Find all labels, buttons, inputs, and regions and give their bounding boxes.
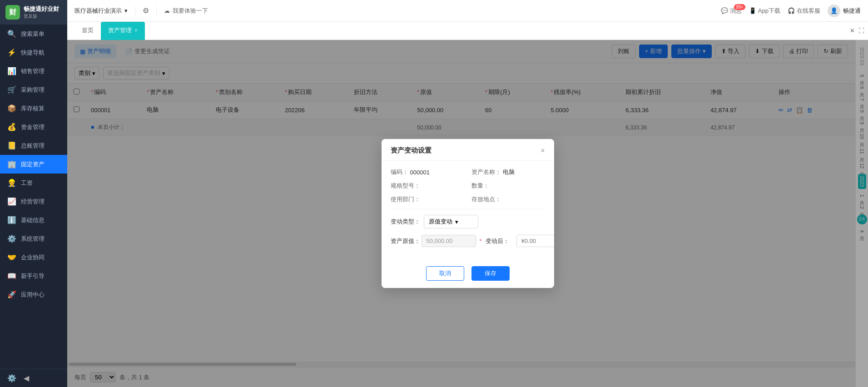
sidebar-item-app-center[interactable]: 🚀 应用中心 bbox=[0, 285, 67, 304]
salary-icon: 👷 bbox=[7, 179, 16, 187]
sidebar-item-salary[interactable]: 👷 工资 bbox=[0, 174, 67, 192]
topbar-settings-icon[interactable]: ⚙ bbox=[143, 6, 149, 15]
tab-maximize-icon[interactable]: ⛶ bbox=[858, 27, 864, 34]
experience-cloud-icon: ☁ bbox=[164, 7, 170, 14]
sidebar-item-label: 固定资产 bbox=[21, 160, 45, 169]
messages-button[interactable]: 💬 消息 99+ bbox=[721, 7, 742, 15]
after-change-label: 变动后： bbox=[486, 237, 513, 245]
modal-asset-name-label: 资产名称： bbox=[471, 168, 501, 176]
sidebar-item-search[interactable]: 🔍 搜索菜单 bbox=[0, 25, 67, 43]
sidebar-item-cooperation[interactable]: 🤝 企业协同 bbox=[0, 248, 67, 267]
modal-code-label: 编码： bbox=[391, 168, 408, 176]
asset-change-modal: 资产变动设置 × 编码： 000001 资产名称： 电脑 bbox=[382, 139, 554, 288]
home-label: 首页 bbox=[82, 26, 94, 35]
username-label: 畅捷通 bbox=[843, 7, 861, 15]
sidebar-item-label: 总账管理 bbox=[21, 142, 45, 150]
modal-info-row-1: 编码： 000001 资产名称： 电脑 bbox=[391, 168, 545, 176]
value-row: 资产原值： * 变动后： bbox=[391, 235, 545, 247]
sidebar-item-fixed-assets[interactable]: 🏢 固定资产 bbox=[0, 155, 67, 174]
change-type-dropdown-icon: ▾ bbox=[455, 218, 458, 225]
sidebar-item-finance[interactable]: 💰 资金管理 bbox=[0, 118, 67, 136]
customer-service-label: 在线客服 bbox=[797, 7, 820, 15]
main-content: 医疗器械行业演示 ▾ ⚙ ☁ 我要体验一下 💬 消息 99+ 📱 App下载 🎧… bbox=[67, 0, 868, 387]
management-icon: 📈 bbox=[7, 197, 16, 206]
original-value-input bbox=[422, 235, 476, 247]
modal-code-value: 000001 bbox=[410, 169, 430, 176]
sidebar-bottom: ⚙️ ◀ bbox=[0, 369, 67, 387]
change-type-label: 变动类型： bbox=[391, 218, 420, 226]
modal-header: 资产变动设置 × bbox=[382, 139, 554, 161]
purchase-icon: 🛒 bbox=[7, 85, 16, 94]
sidebar-item-label: 库存核算 bbox=[21, 104, 45, 113]
topbar: 医疗器械行业演示 ▾ ⚙ ☁ 我要体验一下 💬 消息 99+ 📱 App下载 🎧… bbox=[67, 0, 868, 22]
modal-footer: 取消 保存 bbox=[382, 261, 554, 288]
app-edition: 普及版 bbox=[24, 13, 59, 19]
modal-dept-field: 使用部门： bbox=[391, 195, 464, 203]
save-button[interactable]: 保存 bbox=[471, 266, 510, 281]
asset-management-label: 资产管理 bbox=[108, 26, 132, 35]
change-type-row: 变动类型： 原值变动 ▾ bbox=[391, 215, 545, 228]
sidebar-item-label: 经营管理 bbox=[21, 198, 45, 206]
sidebar-item-management[interactable]: 📈 经营管理 bbox=[0, 192, 67, 211]
topbar-divider2 bbox=[156, 6, 157, 15]
sidebar-item-sales[interactable]: 📊 销售管理 bbox=[0, 62, 67, 80]
finance-icon: 💰 bbox=[7, 123, 16, 131]
change-type-value: 原值变动 bbox=[429, 218, 452, 226]
sidebar-item-quick-nav[interactable]: ⚡ 快捷导航 bbox=[0, 43, 67, 62]
content-area: ▦ 资产明细 📄 变更生成凭证 刘账 + 新增 批量操作 ▾ ⬆ bbox=[67, 40, 868, 387]
modal-divider bbox=[391, 209, 545, 209]
app-center-icon: 🚀 bbox=[7, 290, 16, 299]
sidebar-item-guide[interactable]: 📖 新手引导 bbox=[0, 267, 67, 285]
modal-location-label: 存放地点： bbox=[471, 195, 501, 203]
search-icon: 🔍 bbox=[7, 30, 16, 38]
sidebar-item-purchase[interactable]: 🛒 采购管理 bbox=[0, 80, 67, 99]
tab-home[interactable]: 首页 bbox=[74, 22, 101, 40]
sidebar-logo: 财 畅捷通好业财 普及版 bbox=[0, 0, 67, 25]
cancel-button[interactable]: 取消 bbox=[426, 266, 464, 281]
sidebar-item-basic-info[interactable]: ℹ️ 基础信息 bbox=[0, 211, 67, 229]
app-download-button[interactable]: 📱 App下载 bbox=[749, 7, 780, 15]
modal-close-button[interactable]: × bbox=[541, 147, 545, 155]
basic-info-icon: ℹ️ bbox=[7, 216, 16, 224]
settings-bottom-icon[interactable]: ⚙️ bbox=[7, 374, 16, 382]
company-name: 医疗器械行业演示 bbox=[74, 7, 122, 15]
app-name: 畅捷通好业财 bbox=[24, 5, 59, 13]
tab-asset-management[interactable]: 资产管理 × bbox=[101, 22, 145, 40]
sidebar-item-inventory[interactable]: 📦 库存核算 bbox=[0, 99, 67, 118]
original-value-label: 资产原值： bbox=[391, 237, 418, 245]
sidebar-nav: 🔍 搜索菜单 ⚡ 快捷导航 📊 销售管理 🛒 采购管理 📦 库存核算 💰 资金管… bbox=[0, 25, 67, 369]
sidebar-item-label: 基础信息 bbox=[21, 216, 45, 224]
user-menu[interactable]: 👤 畅捷通 bbox=[828, 5, 861, 17]
customer-service-button[interactable]: 🎧 在线客服 bbox=[788, 7, 820, 15]
tab-close-icon[interactable]: × bbox=[134, 27, 138, 34]
experience-text: 我要体验一下 bbox=[173, 7, 208, 15]
change-type-select[interactable]: 原值变动 ▾ bbox=[424, 215, 478, 228]
sidebar-item-label: 系统管理 bbox=[21, 235, 45, 243]
sidebar-item-label: 搜索菜单 bbox=[21, 30, 45, 38]
quick-nav-icon: ⚡ bbox=[7, 48, 16, 57]
messages-badge: 99+ bbox=[734, 4, 745, 10]
required-star: * bbox=[480, 238, 482, 244]
fixed-assets-icon: 🏢 bbox=[7, 160, 16, 169]
sidebar-item-label: 企业协同 bbox=[21, 253, 45, 262]
modal-info-row-2: 规格型号： 数量： bbox=[391, 182, 545, 190]
modal-quantity-field: 数量： bbox=[471, 182, 545, 190]
sidebar-item-label: 工资 bbox=[21, 179, 33, 187]
company-selector[interactable]: 医疗器械行业演示 ▾ bbox=[74, 7, 128, 15]
sidebar-item-ledger[interactable]: 📒 总账管理 bbox=[0, 136, 67, 155]
customer-service-icon: 🎧 bbox=[788, 7, 795, 14]
sidebar-item-label: 新手引导 bbox=[21, 272, 45, 280]
sidebar-item-label: 快捷导航 bbox=[21, 49, 45, 57]
company-dropdown-icon: ▾ bbox=[124, 7, 128, 14]
collapse-icon[interactable]: ◀ bbox=[24, 374, 29, 382]
tabs-bar: 首页 资产管理 × ✕ ⛶ bbox=[67, 22, 868, 40]
modal-code-field: 编码： 000001 bbox=[391, 168, 464, 176]
tab-window-close-icon[interactable]: ✕ bbox=[850, 27, 855, 34]
sidebar-item-label: 采购管理 bbox=[21, 86, 45, 94]
sidebar-item-system[interactable]: ⚙️ 系统管理 bbox=[0, 229, 67, 248]
sales-icon: 📊 bbox=[7, 67, 16, 75]
experience-link[interactable]: ☁ 我要体验一下 bbox=[164, 7, 208, 15]
modal-spec-field: 规格型号： bbox=[391, 182, 464, 190]
after-change-input[interactable] bbox=[516, 235, 554, 247]
topbar-right: 💬 消息 99+ 📱 App下载 🎧 在线客服 👤 畅捷通 bbox=[721, 5, 861, 17]
